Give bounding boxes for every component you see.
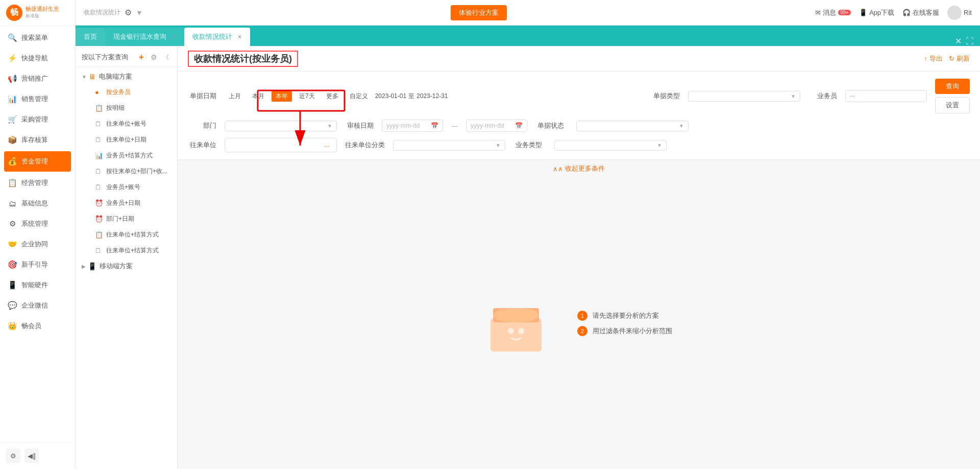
- more-date-btn[interactable]: 更多: [322, 91, 342, 102]
- scheme-salesman-date[interactable]: ⏰ 业务员+日期: [81, 195, 177, 211]
- tab-maximize-btn[interactable]: ⛶: [966, 37, 974, 46]
- messages-badge: 99+: [838, 10, 851, 15]
- this-month-btn[interactable]: 本月: [248, 91, 268, 102]
- review-date-end[interactable]: yyyy-mm-dd 📅: [466, 120, 527, 132]
- bank-tab-close[interactable]: ✕: [172, 34, 176, 40]
- doc-type-select[interactable]: ▼: [688, 91, 800, 102]
- receipt-tab-close[interactable]: ✕: [237, 34, 242, 40]
- custom-date-btn[interactable]: 自定义: [346, 91, 372, 102]
- sidebar-item-newbie[interactable]: 🎯 新手引导: [0, 254, 75, 275]
- purchase-icon: 🛒: [7, 114, 17, 125]
- sidebar-item-operations[interactable]: 📋 经营管理: [0, 173, 75, 193]
- app-download-btn[interactable]: 📱 App下载: [859, 8, 894, 17]
- sidebar-collapse-btn[interactable]: ◀‖: [24, 449, 39, 463]
- sales-icon: 📊: [7, 94, 17, 104]
- prev-month-btn[interactable]: 上月: [225, 91, 245, 102]
- filter-settings-button[interactable]: 设置: [935, 97, 970, 113]
- right-panel: 收款情况统计(按业务员) ↑ 导出 ↻ 刷新: [178, 46, 980, 469]
- sidebar-item-sales[interactable]: 📊 销售管理: [0, 89, 75, 109]
- salesman-select[interactable]: ···: [845, 90, 927, 102]
- partner-category-select[interactable]: ▼: [393, 140, 505, 151]
- scheme-label: 按往来单位+部门+收...: [106, 167, 171, 176]
- scheme-unit-dept-recv[interactable]: 🗒 按往来单位+部门+收...: [81, 163, 177, 179]
- app-download-label: App下载: [869, 8, 894, 17]
- tab-home[interactable]: 首页: [76, 28, 105, 46]
- query-button[interactable]: 查询: [935, 79, 970, 94]
- filter-row-3: 往来单位 ... 往来单位分类 ▼ 业务类型 ▼: [188, 138, 970, 152]
- online-service-label: 在线客服: [913, 8, 939, 17]
- sidebar-item-label: 新手引导: [21, 260, 48, 269]
- mobile-group-arrow-icon: ▶: [82, 264, 86, 269]
- scheme-unit-date[interactable]: 🗒 往来单位+日期: [81, 132, 177, 148]
- sidebar-item-system[interactable]: ⚙ 系统管理: [0, 214, 75, 234]
- empty-steps: 1 请先选择要分析的方案 2 用过滤条件来缩小分析范围: [577, 311, 672, 336]
- collapse-bar[interactable]: ∧∧ 收起更多条件: [178, 160, 980, 177]
- sidebar-item-quicknav[interactable]: ⚡ 快捷导航: [0, 48, 75, 68]
- partner-more-icon[interactable]: ...: [321, 140, 332, 150]
- sidebar-item-corp[interactable]: 🤝 企业协同: [0, 234, 75, 254]
- scheme-label: 部门+日期: [106, 215, 171, 223]
- export-icon: ↑: [924, 55, 928, 62]
- scheme-unit-method2[interactable]: 🗒 往来单位+结算方式: [81, 243, 177, 259]
- filter-row-1: 单据日期 上月 本月 本年 近7天 更多 自定义 2023-: [188, 79, 970, 113]
- scheme-by-detail[interactable]: 📋 按明细: [81, 100, 177, 116]
- sidebar-item-hardware[interactable]: 📱 智能硬件: [0, 275, 75, 295]
- review-date-start[interactable]: yyyy-mm-dd 📅: [382, 120, 443, 132]
- scheme-dept-date[interactable]: ⏰ 部门+日期: [81, 211, 177, 227]
- calendar-end-icon: 📅: [515, 122, 523, 129]
- desktop-scheme-group[interactable]: ▼ 🖥 电脑端方案: [76, 69, 177, 84]
- detail-icon: 📋: [95, 104, 103, 112]
- empty-step-2: 2 用过滤条件来缩小分析范围: [577, 326, 672, 336]
- tab-receipt[interactable]: 收款情况统计 ✕: [184, 28, 250, 46]
- date-sep: 至: [408, 92, 414, 101]
- biz-type-select[interactable]: ▼: [554, 140, 667, 151]
- partner-select[interactable]: ...: [225, 138, 337, 152]
- scheme-label: 业务员+日期: [106, 199, 171, 207]
- sidebar-item-wechat[interactable]: 💬 企业微信: [0, 295, 75, 316]
- doc-status-select[interactable]: ▼: [576, 121, 689, 131]
- tab-bar-actions: ✕ ⛶: [955, 36, 980, 46]
- chevron-down-icon[interactable]: ▼: [136, 9, 143, 17]
- sidebar-item-baseinfo[interactable]: 🗂 基础信息: [0, 193, 75, 214]
- page-header: 收款情况统计(按业务员) ↑ 导出 ↻ 刷新: [178, 46, 980, 72]
- scheme-unit-account[interactable]: 🗒 往来单位+账号: [81, 116, 177, 132]
- sidebar-item-marketing[interactable]: 📢 营销推广: [0, 68, 75, 89]
- scheme-salesman-method[interactable]: 📊 业务员+结算方式: [81, 148, 177, 163]
- scheme-settings-icon[interactable]: ⚙: [149, 52, 159, 62]
- empty-illustration-svg: [485, 293, 547, 354]
- scheme-unit-method1[interactable]: 📋 往来单位+结算方式: [81, 227, 177, 243]
- header-gear-icon[interactable]: ⚙: [125, 8, 132, 17]
- sidebar-item-member[interactable]: 👑 畅会员: [0, 316, 75, 336]
- messages-btn[interactable]: ✉ 消息 99+: [815, 8, 851, 17]
- user-avatar[interactable]: Rit: [947, 6, 972, 20]
- scheme-by-salesman[interactable]: ● 按业务员: [81, 84, 177, 100]
- last7-btn[interactable]: 近7天: [295, 91, 319, 102]
- sidebar-settings-btn[interactable]: ⚙: [6, 449, 20, 463]
- trial-button[interactable]: 体验行业方案: [451, 5, 507, 20]
- salesman-account-icon: 🗒: [95, 183, 103, 191]
- sidebar-item-finance[interactable]: 💰 资金管理: [4, 151, 71, 172]
- online-service-btn[interactable]: 🎧 在线客服: [902, 8, 939, 17]
- sidebar: 畅 畅捷通好生意 标准版 🔍 搜索菜单 ⚡ 快捷导航 📢 营销推广 📊 销售管理…: [0, 0, 76, 469]
- home-tab-label: 首页: [84, 32, 97, 41]
- mobile-scheme-group[interactable]: ▶ 📱 移动端方案: [76, 259, 177, 274]
- desktop-group-label: 电脑端方案: [99, 72, 132, 81]
- sidebar-item-purchase[interactable]: 🛒 采购管理: [0, 109, 75, 130]
- panel-collapse-icon[interactable]: 《: [161, 52, 171, 62]
- user-name: Rit: [964, 9, 972, 16]
- bank-tab-label: 现金银行流水查询: [113, 32, 166, 41]
- scheme-salesman-account[interactable]: 🗒 业务员+账号: [81, 179, 177, 195]
- search-icon: 🔍: [7, 33, 17, 43]
- sidebar-item-label: 系统管理: [21, 219, 48, 228]
- sidebar-item-inventory[interactable]: 📦 库存核算: [0, 130, 75, 150]
- tab-bank[interactable]: 现金银行流水查询 ✕: [105, 28, 184, 46]
- dept-select[interactable]: ▼: [225, 121, 337, 131]
- export-btn[interactable]: ↑ 导出: [924, 54, 943, 63]
- svg-point-4: [518, 328, 524, 334]
- add-scheme-btn[interactable]: +: [136, 52, 146, 62]
- this-year-btn[interactable]: 本年: [272, 91, 292, 102]
- tab-close-btn[interactable]: ✕: [955, 36, 962, 46]
- sidebar-item-search[interactable]: 🔍 搜索菜单: [0, 28, 75, 48]
- member-icon: 👑: [7, 321, 17, 331]
- refresh-btn[interactable]: ↻ 刷新: [949, 54, 970, 63]
